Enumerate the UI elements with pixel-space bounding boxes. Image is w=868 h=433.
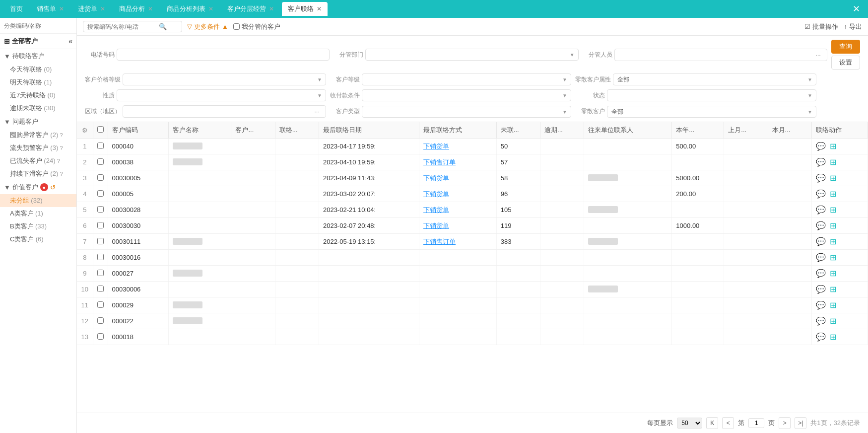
sidebar-item-overdue-pending[interactable]: 逾期未联络 (30) [0, 102, 76, 115]
close-icon[interactable]: ✕ [59, 5, 64, 12]
phone-input[interactable] [117, 49, 330, 61]
grid-action-icon[interactable]: ⊞ [830, 332, 836, 342]
sidebar-item-class-b[interactable]: B类客户 (33) [0, 220, 76, 233]
customer-level-select[interactable] [362, 73, 571, 85]
chat-icon[interactable]: 💬 [816, 221, 826, 230]
refresh-icon[interactable]: ↺ [50, 184, 56, 191]
last-method-link[interactable]: 下销货单 [423, 190, 449, 198]
sidebar-item-class-a[interactable]: A类客户 (1) [0, 207, 76, 220]
chat-icon[interactable]: 💬 [816, 237, 826, 246]
select-all-header[interactable] [93, 122, 108, 139]
tab-customer-contact[interactable]: 客户联络 ✕ [282, 2, 328, 16]
sidebar-item-today-pending[interactable]: 今天待联络 (0) [0, 63, 76, 76]
scatter-attr-select[interactable]: 全部 [613, 73, 816, 85]
last-method-link[interactable]: 下销售订单 [423, 238, 456, 245]
chat-icon[interactable]: 💬 [816, 189, 826, 199]
sidebar-item-abnormal[interactable]: 囤购异常客户 (2) ? [0, 129, 76, 142]
first-page-button[interactable]: K [706, 417, 718, 429]
close-icon[interactable]: ✕ [148, 5, 153, 12]
chat-icon[interactable]: 💬 [816, 316, 826, 326]
chat-icon[interactable]: 💬 [816, 253, 826, 262]
last-method-link[interactable]: 下销货单 [423, 222, 449, 229]
close-icon[interactable]: ✕ [100, 5, 105, 12]
grid-action-icon[interactable]: ⊞ [830, 269, 836, 278]
last-method-link[interactable]: 下销货单 [423, 174, 449, 182]
tab-purchase[interactable]: 进货单 ✕ [72, 2, 111, 16]
page-size-select[interactable]: 50 20 100 [677, 418, 702, 429]
last-method-link[interactable]: 下销货单 [423, 206, 449, 214]
status-select[interactable] [607, 89, 816, 101]
chat-icon[interactable]: 💬 [816, 173, 826, 183]
chat-icon[interactable]: 💬 [816, 205, 826, 215]
sidebar-item-class-c[interactable]: C类客户 (6) [0, 233, 76, 246]
sidebar-group-pending[interactable]: ▼ 待联络客户 [0, 49, 76, 63]
scatter-customer-select[interactable]: 全部 [607, 106, 816, 118]
chat-icon[interactable]: 💬 [816, 332, 826, 342]
sidebar-group-problem[interactable]: ▼ 问题客户 [0, 115, 76, 129]
row-checkbox[interactable] [97, 158, 104, 165]
payment-select[interactable] [362, 89, 571, 101]
search-button[interactable]: 查询 [831, 40, 860, 54]
chat-icon[interactable]: 💬 [816, 142, 826, 151]
reset-button[interactable]: 设置 [831, 56, 860, 70]
sidebar-group-value[interactable]: ▼ 价值客户 ● ↺ [0, 180, 76, 194]
row-checkbox[interactable] [97, 286, 104, 292]
last-page-button[interactable]: >| [795, 417, 806, 429]
sidebar-item-declining[interactable]: 持续下滑客户 (2) ? [0, 167, 76, 180]
chat-icon[interactable]: 💬 [816, 285, 826, 294]
my-customers-checkbox[interactable] [233, 23, 240, 30]
nature-select[interactable] [117, 89, 326, 101]
row-checkbox[interactable] [97, 270, 104, 276]
export-button[interactable]: ↑ 导出 [844, 22, 863, 31]
customer-type-select[interactable] [362, 106, 571, 118]
row-checkbox[interactable] [97, 143, 104, 149]
grid-action-icon[interactable]: ⊞ [830, 285, 836, 294]
all-customers-item[interactable]: ⊞ 全部客户 « [0, 34, 76, 49]
row-checkbox[interactable] [97, 206, 104, 213]
grid-action-icon[interactable]: ⊞ [830, 316, 836, 326]
customer-search-input[interactable] [87, 23, 157, 30]
chat-icon[interactable]: 💬 [816, 300, 826, 310]
region-dots-button[interactable]: ··· [312, 108, 322, 115]
row-checkbox[interactable] [97, 333, 104, 340]
table-settings-icon[interactable]: ⚙ [77, 122, 93, 139]
collapse-icon[interactable]: « [68, 37, 72, 45]
chat-icon[interactable]: 💬 [816, 157, 826, 167]
last-method-link[interactable]: 下销售订单 [423, 158, 456, 166]
search-icon[interactable]: 🔍 [159, 23, 167, 30]
row-checkbox[interactable] [97, 222, 104, 228]
window-close-button[interactable]: ✕ [849, 3, 864, 14]
sidebar-item-7days-pending[interactable]: 近7天待联络 (0) [0, 89, 76, 102]
row-checkbox[interactable] [97, 301, 104, 308]
close-icon[interactable]: ✕ [269, 5, 274, 12]
grid-action-icon[interactable]: ⊞ [830, 237, 836, 246]
next-page-button[interactable]: > [779, 417, 791, 429]
tab-customer-segment[interactable]: 客户分层经营 ✕ [221, 2, 280, 16]
grid-action-icon[interactable]: ⊞ [830, 157, 836, 167]
category-search-input[interactable] [4, 22, 77, 29]
grid-action-icon[interactable]: ⊞ [830, 253, 836, 262]
prev-page-button[interactable]: < [722, 417, 734, 429]
last-method-link[interactable]: 下销货单 [423, 143, 449, 150]
tab-sales[interactable]: 销售单 ✕ [31, 2, 70, 16]
tab-goods-analysis-list[interactable]: 商品分析列表 ✕ [161, 2, 219, 16]
more-conditions-button[interactable]: ▽ 更多条件 ▲ [187, 22, 228, 31]
price-level-select[interactable] [123, 73, 326, 85]
manager-dots-button[interactable]: ··· [813, 51, 823, 59]
row-checkbox[interactable] [97, 317, 104, 324]
tab-home[interactable]: 首页 [4, 2, 29, 16]
tab-goods-analysis[interactable]: 商品分析 ✕ [113, 2, 159, 16]
close-icon[interactable]: ✕ [208, 5, 213, 12]
row-checkbox[interactable] [97, 254, 104, 260]
grid-action-icon[interactable]: ⊞ [830, 173, 836, 183]
page-number-input[interactable] [748, 418, 764, 428]
sidebar-item-ungroup[interactable]: 未分组 (32) [0, 194, 76, 207]
sidebar-item-churn-warning[interactable]: 流失预警客户 (3) ? [0, 142, 76, 154]
grid-action-icon[interactable]: ⊞ [830, 142, 836, 151]
row-checkbox[interactable] [97, 174, 104, 181]
sidebar-item-churned[interactable]: 已流失客户 (24) ? [0, 154, 76, 167]
row-checkbox[interactable] [97, 190, 104, 197]
dept-select[interactable] [365, 49, 578, 61]
batch-action-button[interactable]: ☑ 批量操作 [804, 22, 838, 31]
grid-action-icon[interactable]: ⊞ [830, 300, 836, 310]
